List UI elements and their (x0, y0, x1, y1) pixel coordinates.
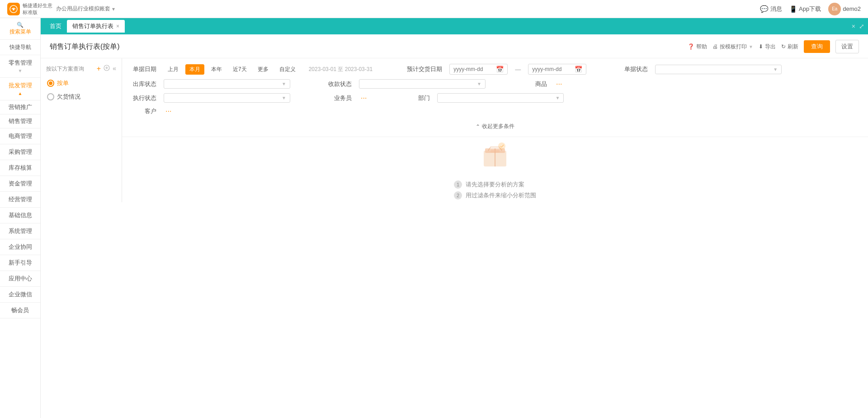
svg-point-1 (13, 9, 14, 10)
user-menu[interactable]: Ea demo2 (828, 3, 861, 15)
date-range-text: 2023-03-01 至 2023-03-31 (309, 66, 373, 73)
tab-home[interactable]: 首页 (44, 20, 67, 33)
sidebar-item-finance[interactable]: 资金管理 (0, 176, 40, 192)
settings-button[interactable]: 设置 (835, 40, 859, 53)
sidebar-item-retail[interactable]: 零售管理 ▼ (0, 55, 40, 78)
date-btn-custom[interactable]: 自定义 (275, 64, 300, 75)
collapse-panel-button[interactable]: « (113, 65, 116, 73)
refresh-button[interactable]: ↻ 刷新 (781, 43, 798, 51)
expected-date-start-input[interactable]: 📅 (449, 64, 508, 75)
help-button[interactable]: ❓ 帮助 (688, 43, 707, 51)
expected-date-end-field[interactable] (532, 66, 573, 72)
data-area: 1 请先选择要分析的方案 2 用过滤条件来缩小分析范围 (122, 137, 868, 202)
salesman-more-button[interactable]: ··· (359, 94, 368, 102)
app-download-button[interactable]: 📱 App下载 (789, 5, 821, 13)
export-icon: ⬇ (759, 43, 763, 50)
step-num-1: 1 (454, 180, 462, 189)
tab-sales-order[interactable]: 销售订单执行表 × (67, 20, 125, 33)
execution-label: 执行状态 (129, 94, 156, 102)
scheme-active-dot-inner (49, 81, 52, 85)
date-quick-buttons: 上月 本月 本年 近7天 更多 自定义 (164, 64, 300, 75)
sidebar-item-newbie[interactable]: 新手引导 (0, 255, 40, 271)
refresh-icon: ↻ (781, 43, 786, 50)
edit-scheme-button[interactable] (104, 65, 110, 73)
scheme-item-shortage[interactable]: 欠货情况 (41, 90, 122, 104)
right-panel: 单据日期 上月 本月 本年 近7天 更多 自定义 2023-03-01 至 20… (122, 58, 868, 202)
sidebar-item-operations[interactable]: 经营管理 (0, 192, 40, 208)
retail-expand-icon: ▼ (18, 68, 23, 73)
split-layout: 按以下方案查询 + « (41, 58, 868, 202)
expected-date-label: 预计交货日期 (407, 65, 442, 73)
print-icon: 🖨 (712, 43, 718, 50)
top-bar: 畅捷通好生意 标准版 办公用品行业模拟账套 ▾ 💬 消息 📱 App下载 Ea … (0, 0, 868, 18)
expected-date-start-field[interactable] (453, 66, 494, 72)
print-button[interactable]: 🖨 按模板打印 ▼ (712, 43, 753, 51)
empty-step-1: 1 请先选择要分析的方案 (454, 180, 536, 189)
left-panel-header: 按以下方案查询 + « (41, 63, 122, 76)
date-btn-7days[interactable]: 近7天 (229, 64, 251, 75)
payment-select[interactable]: ▼ (359, 79, 486, 89)
sidebar-item-quick-nav[interactable]: 快捷导航 (0, 40, 40, 55)
page-title: 销售订单执行表(按单) (50, 42, 120, 52)
filter-row-execution: 执行状态 ▼ 业务员 ··· 部门 ▼ (129, 93, 861, 103)
date-btn-this-year[interactable]: 本年 (207, 64, 226, 75)
dept-select-arrow-icon: ▼ (555, 95, 560, 100)
sidebar-item-system[interactable]: 系统管理 (0, 223, 40, 239)
breadcrumb-arrow-icon[interactable]: ▾ (112, 6, 115, 12)
message-button[interactable]: 💬 消息 (760, 5, 782, 13)
payment-select-arrow-icon: ▼ (477, 81, 481, 86)
sidebar-item-ecommerce[interactable]: 电商管理 (0, 128, 40, 144)
breadcrumb-area: 办公用品行业模拟账套 ▾ (56, 5, 115, 13)
logo-area: 畅捷通好生意 标准版 (7, 2, 52, 15)
date-btn-this-month[interactable]: 本月 (185, 64, 204, 75)
calendar-icon-start: 📅 (496, 66, 504, 73)
query-button[interactable]: 查询 (804, 40, 830, 53)
collapse-button[interactable]: ⌃ 收起更多条件 (129, 120, 861, 133)
left-panel-icons: + « (97, 65, 116, 73)
sidebar-item-purchase[interactable]: 采购管理 (0, 144, 40, 160)
goods-more-button[interactable]: ··· (554, 80, 564, 88)
empty-steps: 1 请先选择要分析的方案 2 用过滤条件来缩小分析范围 (454, 180, 536, 200)
page-header: 销售订单执行表(按单) ❓ 帮助 🖨 按模板打印 ▼ ⬇ (41, 34, 868, 58)
window-maximize-button[interactable]: ⤢ (859, 23, 864, 30)
sidebar-item-wholesale[interactable]: 批发管理 ▲ (0, 78, 40, 100)
status-select[interactable]: ▼ (655, 65, 782, 74)
sidebar: 🔍 搜索菜单 快捷导航 零售管理 ▼ 批发管理 ▲ 营销推广 销售管理 电商管理… (0, 18, 41, 418)
execution-select-arrow-icon: ▼ (282, 95, 286, 100)
scheme-inactive-circle (47, 93, 54, 100)
sidebar-item-sales[interactable]: 销售管理 (0, 114, 40, 128)
top-bar-right: 💬 消息 📱 App下载 Ea demo2 (760, 3, 861, 15)
sidebar-item-basic-info[interactable]: 基础信息 (0, 208, 40, 223)
step-num-2: 2 (454, 191, 462, 200)
dept-select[interactable]: ▼ (437, 93, 564, 103)
warehouse-select[interactable]: ▼ (164, 79, 290, 89)
date-btn-last-month[interactable]: 上月 (164, 64, 183, 75)
expected-date-end-input[interactable]: 📅 (528, 64, 586, 75)
empty-step-2: 2 用过滤条件来缩小分析范围 (454, 191, 536, 200)
filter-row-date: 单据日期 上月 本月 本年 近7天 更多 自定义 2023-03-01 至 20… (129, 64, 861, 75)
sidebar-item-marketing[interactable]: 营销推广 (0, 100, 40, 114)
sidebar-item-search[interactable]: 🔍 搜索菜单 (0, 18, 40, 40)
sidebar-item-inventory[interactable]: 库存核算 (0, 160, 40, 176)
tab-close-icon[interactable]: × (116, 23, 119, 29)
add-scheme-button[interactable]: + (97, 65, 101, 73)
svg-rect-8 (491, 150, 500, 152)
payment-label: 收款状态 (325, 80, 352, 88)
page-inner: 销售订单执行表(按单) ❓ 帮助 🖨 按模板打印 ▼ ⬇ (41, 34, 868, 418)
sidebar-item-member[interactable]: 畅会员 (0, 303, 40, 318)
help-icon: ❓ (688, 43, 694, 50)
left-panel: 按以下方案查询 + « (41, 58, 122, 202)
window-close-button[interactable]: × (852, 23, 855, 30)
main-layout: 🔍 搜索菜单 快捷导航 零售管理 ▼ 批发管理 ▲ 营销推广 销售管理 电商管理… (0, 18, 868, 418)
execution-select[interactable]: ▼ (164, 93, 290, 103)
warehouse-select-arrow-icon: ▼ (282, 81, 286, 86)
sidebar-item-wechat[interactable]: 企业微信 (0, 287, 40, 303)
scheme-item-order[interactable]: 按单 (41, 76, 122, 90)
empty-state: 1 请先选择要分析的方案 2 用过滤条件来缩小分析范围 (454, 137, 536, 202)
filter-row-warehouse: 出库状态 ▼ 收款状态 ▼ 商品 (129, 79, 861, 89)
sidebar-item-app-center[interactable]: 应用中心 (0, 271, 40, 287)
sidebar-item-enterprise[interactable]: 企业协同 (0, 239, 40, 255)
export-button[interactable]: ⬇ 导出 (759, 43, 776, 51)
customer-more-button[interactable]: ··· (164, 107, 173, 115)
date-btn-more[interactable]: 更多 (254, 64, 273, 75)
